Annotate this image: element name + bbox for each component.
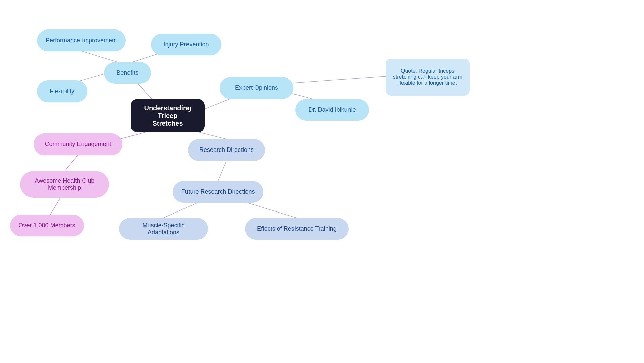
expert-node: Expert Opinions: [220, 77, 293, 99]
expert-label: Expert Opinions: [235, 84, 278, 92]
future-research-node: Future Research Directions: [173, 181, 263, 203]
svg-line-13: [241, 201, 297, 218]
health-club-node: Awesome Health Club Membership: [20, 171, 109, 198]
performance-node: Performance Improvement: [37, 29, 126, 51]
injury-label: Injury Prevention: [163, 41, 209, 48]
research-node: Research Directions: [188, 139, 265, 161]
muscle-node: Muscle-Specific Adaptations: [119, 218, 208, 240]
svg-line-12: [163, 201, 201, 218]
resistance-label: Effects of Resistance Training: [257, 225, 337, 232]
muscle-label: Muscle-Specific Adaptations: [126, 222, 201, 236]
svg-line-11: [218, 161, 226, 181]
svg-line-9: [50, 198, 60, 215]
quote-node: Quote: Regular triceps stretching can ke…: [386, 59, 470, 96]
dr-david-label: Dr. David Ibikunle: [308, 106, 356, 113]
center-node: Understanding Tricep Stretches: [131, 99, 205, 132]
future-research-label: Future Research Directions: [181, 188, 255, 195]
dr-david-node: Dr. David Ibikunle: [295, 99, 369, 121]
injury-node: Injury Prevention: [151, 34, 221, 55]
flexibility-label: Flexibility: [50, 88, 74, 95]
performance-label: Performance Improvement: [46, 37, 117, 44]
members-label: Over 1,000 Members: [18, 222, 75, 229]
svg-line-8: [65, 155, 78, 171]
research-label: Research Directions: [199, 146, 254, 154]
benefits-node: Benefits: [104, 62, 151, 84]
community-node: Community Engagement: [34, 133, 122, 155]
community-label: Community Engagement: [45, 141, 111, 148]
svg-line-6: [293, 76, 386, 83]
center-label: Understanding Tricep Stretches: [138, 104, 198, 127]
members-node: Over 1,000 Members: [10, 215, 84, 236]
flexibility-node: Flexibility: [37, 80, 87, 102]
benefits-label: Benefits: [116, 69, 138, 76]
resistance-node: Effects of Resistance Training: [245, 218, 349, 240]
quote-label: Quote: Regular triceps stretching can ke…: [392, 68, 463, 86]
health-club-label: Awesome Health Club Membership: [35, 177, 95, 191]
svg-line-1: [81, 51, 117, 62]
